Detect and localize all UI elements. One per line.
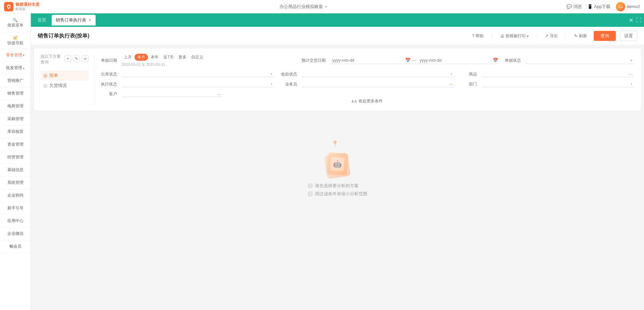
main-layout: 🔍 搜索菜单 🧭 快捷导航 零售管理 ▾ 批发管理 ▴ 营销推广 销售管理 电商… bbox=[0, 13, 644, 310]
department-select[interactable]: ▾ bbox=[482, 81, 634, 87]
help-button[interactable]: ? 帮助 bbox=[469, 32, 486, 40]
filter-row-3: 执行状态 ▾ 业务员 ··· bbox=[100, 81, 634, 87]
date-tab-7days[interactable]: 近7天 bbox=[161, 54, 176, 61]
filter-delivery-status-field: 出库状态 ▾ bbox=[100, 71, 274, 77]
filter-expected-date-field: 预计交货日期 📅 — 📅 bbox=[302, 57, 498, 64]
salesperson-input[interactable] bbox=[302, 82, 448, 87]
salesperson-ellipsis-icon[interactable]: ··· bbox=[448, 82, 454, 87]
user-menu[interactable]: Ea demo2 bbox=[616, 2, 640, 11]
scheme-item-按单[interactable]: ◎ 按单 bbox=[41, 70, 89, 81]
date-tabs: 上月 本月 本年 近7天 更多 自定义 bbox=[122, 54, 296, 61]
page-actions: ? 帮助 🖨 按模板打印 ↗ 导出 ↻ bbox=[469, 31, 637, 41]
sidebar: 🔍 搜索菜单 🧭 快捷导航 零售管理 ▾ 批发管理 ▴ 营销推广 销售管理 电商… bbox=[0, 13, 31, 310]
search-icon: 🔍 bbox=[4, 18, 26, 22]
filter-row-2: 出库状态 ▾ 收款状态 ▾ bbox=[100, 71, 634, 77]
sidebar-item-system[interactable]: 系统管理 bbox=[0, 176, 31, 189]
tab-close-icon[interactable]: ✕ bbox=[88, 18, 92, 22]
logo-area: 畅捷通好生意 标准版 bbox=[4, 2, 40, 11]
date-tab-last-month[interactable]: 上月 bbox=[122, 54, 134, 61]
sidebar-item-purchase[interactable]: 采购管理 bbox=[0, 113, 31, 125]
top-bar-right: 💬 消息 📱 App下载 Ea demo2 bbox=[567, 2, 640, 11]
message-button[interactable]: 💬 消息 bbox=[567, 4, 582, 10]
date-tab-more[interactable]: 更多 bbox=[176, 54, 189, 61]
collapse-icon: ∧∧ bbox=[351, 99, 357, 104]
status-chevron-icon: ▾ bbox=[630, 58, 632, 63]
print-button[interactable]: 🖨 按模板打印 bbox=[497, 32, 531, 40]
logo-text: 畅捷通好生意 标准版 bbox=[15, 2, 40, 11]
empty-texts: 1 请先选择要分析的方案 2 用过滤条件来缩小分析范围 bbox=[308, 183, 367, 199]
delivery-status-select[interactable]: ▾ bbox=[122, 71, 274, 77]
sidebar-item-enterprise[interactable]: 企业协同 bbox=[0, 189, 31, 202]
customer-ellipsis-icon[interactable]: ··· bbox=[216, 91, 222, 97]
sidebar-item-apps[interactable]: 应用中心 bbox=[0, 215, 31, 227]
quick-nav-button[interactable]: 🧭 快捷导航 bbox=[0, 33, 31, 49]
query-button[interactable]: 查询 bbox=[594, 31, 616, 41]
scheme-edit-button[interactable]: ✎ bbox=[73, 55, 80, 62]
compass-icon: 🧭 bbox=[3, 36, 28, 40]
tab-bar: 首页 销售订单执行表 ✕ ✕ ⛶ bbox=[31, 13, 644, 27]
logo-icon bbox=[4, 2, 13, 11]
close-window-icon[interactable]: ✕ bbox=[629, 17, 633, 23]
scheme-item-欠货情况[interactable]: ◎ 欠货情况 bbox=[41, 81, 89, 91]
execution-chevron-icon: ▾ bbox=[271, 82, 272, 86]
order-status-select[interactable]: ▾ bbox=[526, 57, 635, 64]
sidebar-item-operations[interactable]: 经营管理 bbox=[0, 151, 31, 164]
goods-ellipsis-icon[interactable]: ··· bbox=[628, 71, 634, 77]
sidebar-item-marketing[interactable]: 营销推广 bbox=[0, 74, 31, 87]
execution-status-select[interactable]: ▾ bbox=[122, 81, 274, 87]
divider bbox=[492, 33, 492, 39]
sidebar-item-member[interactable]: 畅会员 bbox=[0, 240, 31, 253]
refresh-icon: ↻ bbox=[574, 34, 578, 38]
filter-fields: 单据日期 上月 本月 本年 近7天 更多 自定义 bbox=[100, 54, 634, 105]
filter-goods-field: 商品 ··· bbox=[460, 71, 634, 77]
calendar-icon-1[interactable]: 📅 bbox=[405, 58, 411, 63]
customer-input[interactable] bbox=[122, 92, 216, 96]
payment-status-select[interactable]: ▾ bbox=[302, 71, 454, 77]
settings-button[interactable]: 设置 bbox=[620, 31, 637, 41]
tab-home[interactable]: 首页 bbox=[34, 15, 50, 25]
sidebar-item-wechat[interactable]: 企业微信 bbox=[0, 227, 31, 240]
export-button[interactable]: ↗ 导出 bbox=[542, 32, 560, 40]
page-header: 销售订单执行表(按单) ? 帮助 🖨 按模板打印 ↗ 导出 bbox=[31, 27, 644, 45]
filter-customer-field: 客户 ··· bbox=[100, 91, 276, 97]
filter-row-1: 单据日期 上月 本月 本年 近7天 更多 自定义 bbox=[100, 54, 634, 67]
scheme-add-button[interactable]: + bbox=[64, 55, 71, 62]
top-bar-center: 办公用品行业模拟账套 ▾ bbox=[279, 4, 327, 10]
center-dropdown-icon[interactable]: ▾ bbox=[325, 5, 327, 8]
filter-execution-status-field: 执行状态 ▾ bbox=[100, 81, 274, 87]
sidebar-search-area: 🔍 搜索菜单 bbox=[0, 13, 31, 33]
search-menu-button[interactable]: 🔍 搜索菜单 bbox=[3, 16, 28, 30]
scheme-sub-icon: ◎ bbox=[43, 83, 47, 88]
scheme-collapse-button[interactable]: « bbox=[82, 55, 89, 62]
date-tab-this-year[interactable]: 本年 bbox=[149, 54, 161, 61]
sidebar-item-finance[interactable]: 资金管理 bbox=[0, 138, 31, 151]
expected-date-from-input[interactable] bbox=[330, 57, 404, 64]
date-range-display: 2023-03-01 至 2023-03-31 bbox=[122, 62, 296, 67]
sidebar-item-retail[interactable]: 零售管理 ▾ bbox=[0, 49, 31, 62]
date-tab-custom[interactable]: 自定义 bbox=[189, 54, 205, 61]
phone-icon: 📱 bbox=[587, 4, 593, 9]
sidebar-item-inventory[interactable]: 库存核算 bbox=[0, 125, 31, 138]
expand-window-icon[interactable]: ⛶ bbox=[636, 17, 641, 23]
top-bar-left: 畅捷通好生意 标准版 bbox=[4, 2, 40, 11]
delivery-chevron-icon: ▾ bbox=[271, 72, 272, 76]
collapse-button[interactable]: ∧∧ 收起更多条件 bbox=[351, 98, 383, 104]
app-download-button[interactable]: 📱 App下载 bbox=[587, 4, 610, 10]
tab-sales-order[interactable]: 销售订单执行表 ✕ bbox=[52, 15, 96, 25]
date-tab-this-month[interactable]: 本月 bbox=[135, 54, 148, 61]
sidebar-item-sales[interactable]: 销售管理 bbox=[0, 87, 31, 100]
sidebar-item-basic[interactable]: 基础信息 bbox=[0, 164, 31, 176]
page-content: 销售订单执行表(按单) ? 帮助 🖨 按模板打印 ↗ 导出 bbox=[31, 27, 644, 310]
sidebar-item-ecommerce[interactable]: 电商管理 bbox=[0, 100, 31, 113]
expected-date-to-input[interactable] bbox=[418, 57, 491, 64]
chevron-down-icon: ▾ bbox=[23, 53, 24, 57]
filter-layout: 按以下方案查询 + ✎ « ◎ 按单 ◎ bbox=[41, 54, 634, 105]
payment-chevron-icon: ▾ bbox=[450, 72, 452, 76]
goods-input[interactable] bbox=[482, 72, 628, 76]
refresh-button[interactable]: ↻ 刷新 bbox=[572, 32, 590, 40]
content-area: 首页 销售订单执行表 ✕ ✕ ⛶ 销售订单执行表(按单) ? 帮助 bbox=[31, 13, 644, 310]
sidebar-item-wholesale[interactable]: 批发管理 ▴ bbox=[0, 62, 31, 74]
calendar-icon-2[interactable]: 📅 bbox=[493, 58, 498, 63]
top-bar: 畅捷通好生意 标准版 办公用品行业模拟账套 ▾ 💬 消息 📱 App下载 Ea … bbox=[0, 0, 644, 13]
sidebar-item-newbie[interactable]: 新手引导 bbox=[0, 202, 31, 215]
